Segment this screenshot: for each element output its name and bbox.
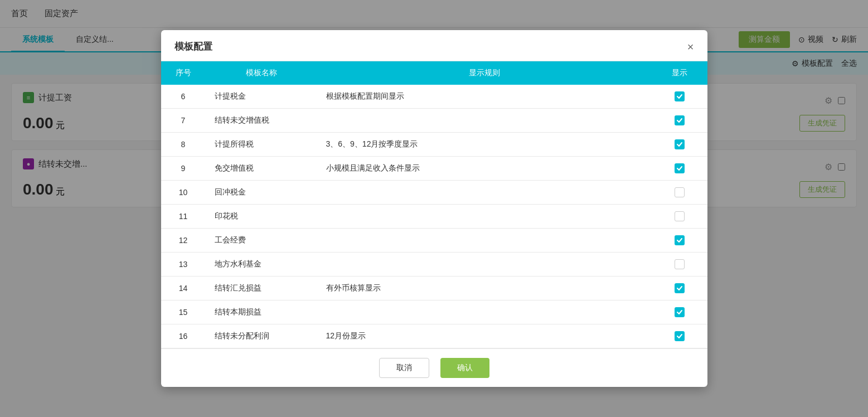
checkbox-wrap-9[interactable]	[661, 163, 699, 173]
row-name-13: 地方水利基金	[206, 253, 317, 277]
row-index-8: 8	[161, 133, 206, 157]
row-display-14[interactable]	[652, 277, 707, 300]
checkbox-checked-12[interactable]	[675, 235, 685, 245]
checkbox-wrap-11[interactable]	[661, 211, 699, 221]
checkbox-checked-14[interactable]	[675, 283, 685, 293]
col-header-rule: 显示规则	[317, 61, 652, 85]
row-display-13[interactable]	[652, 253, 707, 277]
checkbox-wrap-14[interactable]	[661, 283, 699, 293]
checkbox-checked-8[interactable]	[675, 139, 685, 149]
confirm-button[interactable]: 确认	[440, 358, 489, 378]
table-row: 11印花税	[161, 205, 707, 229]
row-rule-16: 12月份显示	[317, 324, 652, 348]
dialog-header: 模板配置 ×	[161, 30, 707, 61]
row-index-16: 16	[161, 324, 206, 348]
cancel-button[interactable]: 取消	[379, 358, 429, 378]
row-name-9: 免交增值税	[206, 157, 317, 181]
template-config-dialog: 模板配置 × 序号 模板名称 显示规则 显示 6计提税金根据模板配置期间显示 7…	[161, 30, 707, 387]
row-display-12[interactable]	[652, 229, 707, 253]
row-name-12: 工会经费	[206, 229, 317, 253]
checkbox-wrap-13[interactable]	[661, 259, 699, 269]
row-rule-10	[317, 181, 652, 205]
col-header-index: 序号	[161, 61, 206, 85]
table-row: 12工会经费	[161, 229, 707, 253]
row-name-15: 结转本期损益	[206, 300, 317, 324]
row-display-15[interactable]	[652, 300, 707, 324]
checkbox-unchecked-11[interactable]	[675, 211, 685, 221]
row-name-11: 印花税	[206, 205, 317, 229]
table-row: 6计提税金根据模板配置期间显示	[161, 85, 707, 109]
row-display-8[interactable]	[652, 133, 707, 157]
row-rule-11	[317, 205, 652, 229]
row-name-6: 计提税金	[206, 85, 317, 109]
row-rule-15	[317, 300, 652, 324]
row-index-14: 14	[161, 277, 206, 300]
row-display-6[interactable]	[652, 85, 707, 109]
table-row: 9免交增值税小规模且满足收入条件显示	[161, 157, 707, 181]
row-name-16: 结转未分配利润	[206, 324, 317, 348]
table-row: 10回冲税金	[161, 181, 707, 205]
checkbox-wrap-7[interactable]	[661, 115, 699, 125]
modal-overlay: 模板配置 × 序号 模板名称 显示规则 显示 6计提税金根据模板配置期间显示 7…	[0, 0, 868, 417]
row-display-9[interactable]	[652, 157, 707, 181]
config-table: 序号 模板名称 显示规则 显示 6计提税金根据模板配置期间显示 7结转未交增值税…	[161, 61, 707, 348]
row-name-8: 计提所得税	[206, 133, 317, 157]
row-display-10[interactable]	[652, 181, 707, 205]
row-rule-6: 根据模板配置期间显示	[317, 85, 652, 109]
row-rule-13	[317, 253, 652, 277]
checkbox-wrap-15[interactable]	[661, 307, 699, 317]
checkbox-checked-9[interactable]	[675, 163, 685, 173]
row-index-10: 10	[161, 181, 206, 205]
checkbox-unchecked-10[interactable]	[675, 187, 685, 197]
dialog-title: 模板配置	[174, 40, 212, 53]
row-rule-8: 3、6、9、12月按季度显示	[317, 133, 652, 157]
checkbox-wrap-12[interactable]	[661, 235, 699, 245]
checkbox-wrap-8[interactable]	[661, 139, 699, 149]
row-index-6: 6	[161, 85, 206, 109]
row-name-7: 结转未交增值税	[206, 109, 317, 133]
checkbox-checked-16[interactable]	[675, 331, 685, 341]
row-name-10: 回冲税金	[206, 181, 317, 205]
checkbox-checked-15[interactable]	[675, 307, 685, 317]
checkbox-wrap-10[interactable]	[661, 187, 699, 197]
row-index-9: 9	[161, 157, 206, 181]
checkbox-checked-6[interactable]	[675, 91, 685, 101]
row-index-12: 12	[161, 229, 206, 253]
dialog-body[interactable]: 序号 模板名称 显示规则 显示 6计提税金根据模板配置期间显示 7结转未交增值税…	[161, 61, 707, 348]
checkbox-checked-7[interactable]	[675, 115, 685, 125]
row-rule-9: 小规模且满足收入条件显示	[317, 157, 652, 181]
row-index-11: 11	[161, 205, 206, 229]
checkbox-unchecked-13[interactable]	[675, 259, 685, 269]
table-row: 8计提所得税3、6、9、12月按季度显示	[161, 133, 707, 157]
row-index-13: 13	[161, 253, 206, 277]
row-index-7: 7	[161, 109, 206, 133]
row-display-16[interactable]	[652, 324, 707, 348]
dialog-footer: 取消 确认	[161, 348, 707, 387]
row-display-7[interactable]	[652, 109, 707, 133]
table-row: 15结转本期损益	[161, 300, 707, 324]
table-header: 序号 模板名称 显示规则 显示	[161, 61, 707, 85]
dialog-close-button[interactable]: ×	[687, 41, 694, 52]
checkbox-wrap-6[interactable]	[661, 91, 699, 101]
row-display-11[interactable]	[652, 205, 707, 229]
table-row: 16结转未分配利润12月份显示	[161, 324, 707, 348]
checkbox-wrap-16[interactable]	[661, 331, 699, 341]
col-header-display: 显示	[652, 61, 707, 85]
row-rule-12	[317, 229, 652, 253]
table-row: 13地方水利基金	[161, 253, 707, 277]
row-name-14: 结转汇兑损益	[206, 277, 317, 300]
table-row: 14结转汇兑损益有外币核算显示	[161, 277, 707, 300]
table-row: 7结转未交增值税	[161, 109, 707, 133]
col-header-name: 模板名称	[206, 61, 317, 85]
row-rule-7	[317, 109, 652, 133]
row-rule-14: 有外币核算显示	[317, 277, 652, 300]
row-index-15: 15	[161, 300, 206, 324]
table-body: 6计提税金根据模板配置期间显示 7结转未交增值税 8计提所得税3、6、9、12月…	[161, 85, 707, 348]
